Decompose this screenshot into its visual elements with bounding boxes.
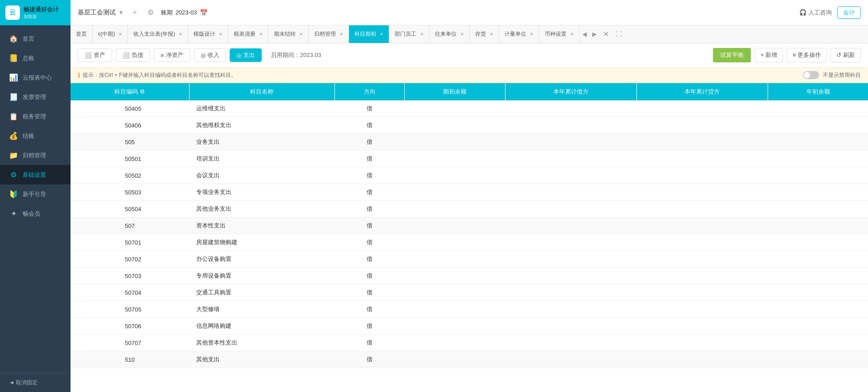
cell-code: 50704 xyxy=(71,284,189,301)
table-row[interactable]: 50702 办公设备购置 借 xyxy=(71,251,868,268)
table-row[interactable]: 50405 运维维支出 借 xyxy=(71,100,868,117)
tab-subject[interactable]: 科目期初✕ xyxy=(349,25,389,43)
table-row[interactable]: 50707 其他资本性支出 借 xyxy=(71,335,868,351)
table-container: 科目编码 ⚙ 科目名称 方向 期初余额 本年累计借方 本年累计贷方 年初余额 5… xyxy=(71,83,868,392)
tab-unit[interactable]: 计量单位✕ xyxy=(499,25,539,43)
show-disabled-toggle[interactable] xyxy=(803,71,819,79)
tab-close-period-end[interactable]: ✕ xyxy=(299,32,303,37)
tab-close-tax[interactable]: ✕ xyxy=(259,32,263,37)
tab-income[interactable]: 收入支出表(年报)✕ xyxy=(128,25,188,43)
cell-ytd-debit xyxy=(505,234,637,251)
calendar-icon[interactable]: 📅 xyxy=(200,9,208,16)
sidebar-item-ledger[interactable]: 📒总账 xyxy=(0,48,71,68)
table-row[interactable]: 505 业务支出 借 xyxy=(71,134,868,151)
table-row[interactable]: 510 其他支出 借 xyxy=(71,351,868,368)
tab-close-mid[interactable]: ✕ xyxy=(118,32,122,37)
tab-label-filing: 归档管理 xyxy=(314,30,336,38)
sidebar-item-settings[interactable]: ⚙基础设置 xyxy=(0,165,71,184)
tab-mid[interactable]: ε(中期)✕ xyxy=(93,25,128,43)
table-row[interactable]: 50705 大型修缮 借 xyxy=(71,301,868,318)
subtab-income2[interactable]: ◎收入 xyxy=(194,48,226,62)
tab-nav-left[interactable]: ◀ xyxy=(580,31,590,38)
cell-ytd-credit xyxy=(637,351,768,368)
tab-dept[interactable]: 部门员工✕ xyxy=(389,25,429,43)
cell-code: 50705 xyxy=(71,301,189,318)
tab-filing[interactable]: 归档管理✕ xyxy=(309,25,349,43)
sidebar-item-tax[interactable]: 📋税务管理 xyxy=(0,107,71,126)
tab-period-end[interactable]: 期末结转✕ xyxy=(269,25,309,43)
cell-name: 运维维支出 xyxy=(189,100,335,117)
table-row[interactable]: 50504 其他业务支出 借 xyxy=(71,201,868,217)
tab-partner[interactable]: 往来单位✕ xyxy=(429,25,470,43)
cell-year-opening xyxy=(768,201,868,217)
tab-close-inventory[interactable]: ✕ xyxy=(490,32,493,37)
table-row[interactable]: 50706 信息网络购建 借 xyxy=(71,318,868,335)
support-button[interactable]: 🎧 人工咨询 xyxy=(799,9,832,17)
sidebar-item-reports[interactable]: 📊云报表中心 xyxy=(0,68,71,87)
tab-close-dept[interactable]: ✕ xyxy=(420,32,424,37)
table-row[interactable]: 50704 交通工具购置 借 xyxy=(71,284,868,301)
tab-nav-right[interactable]: ▶ xyxy=(590,31,599,38)
more-button[interactable]: ≡ 更多操作 xyxy=(787,48,827,62)
subtab-expense[interactable]: ◎支出 xyxy=(230,48,262,62)
cell-ytd-debit xyxy=(505,351,637,368)
add-button[interactable]: + 新增 xyxy=(755,48,783,62)
col-settings-icon[interactable]: 科目编码 ⚙ xyxy=(114,88,145,96)
subtab-asset[interactable]: ⬜资产 xyxy=(78,48,112,62)
cell-ytd-debit xyxy=(505,318,637,335)
tab-template[interactable]: 模版设计✕ xyxy=(188,25,228,43)
toggle-label: 不显示禁用科目 xyxy=(823,71,861,79)
table-row[interactable]: 507 资本性支出 借 xyxy=(71,217,868,234)
cell-ytd-credit xyxy=(637,151,768,167)
sidebar-item-archive[interactable]: 📁归档管理 xyxy=(0,146,71,165)
cell-direction: 借 xyxy=(335,268,405,284)
tab-inventory[interactable]: 存货✕ xyxy=(470,25,499,43)
table-row[interactable]: 50502 会议支出 借 xyxy=(71,167,868,184)
tab-close-all[interactable]: ✕ xyxy=(599,30,613,38)
company-selector[interactable]: 基层工会测试 ▼ xyxy=(78,9,124,17)
tab-tax[interactable]: 税表清册✕ xyxy=(228,25,269,43)
table-row[interactable]: 50406 其他维权支出 借 xyxy=(71,117,868,134)
balance-button[interactable]: 试算平衡 xyxy=(713,48,751,62)
table-row[interactable]: 50503 专项业务支出 借 xyxy=(71,184,868,201)
sidebar-label-settings: 基础设置 xyxy=(23,171,46,179)
refresh-button[interactable]: ↺ 刷新 xyxy=(830,48,861,62)
tab-close-filing[interactable]: ✕ xyxy=(340,32,343,37)
tab-currency[interactable]: 币种设置✕ xyxy=(539,25,580,43)
sidebar-label-closing: 结账 xyxy=(23,132,34,140)
subtab-liability[interactable]: ⬜负债 xyxy=(116,48,150,62)
cell-ytd-credit xyxy=(637,217,768,234)
tab-home[interactable]: 首页 xyxy=(71,25,93,43)
sidebar-item-guide[interactable]: 🔰新手引导 xyxy=(0,184,71,204)
tab-close-income[interactable]: ✕ xyxy=(179,32,182,37)
period-display-label: 启用期间：2023.03 xyxy=(271,51,321,59)
user-role-button[interactable]: 会计 xyxy=(837,6,861,19)
cell-opening xyxy=(405,251,505,268)
tab-close-unit[interactable]: ✕ xyxy=(530,32,533,37)
tab-close-template[interactable]: ✕ xyxy=(219,32,222,37)
tab-expand[interactable]: ⛶ xyxy=(613,31,626,38)
sidebar-footer-collapse[interactable]: ◄ 取消固定 xyxy=(0,373,71,392)
cell-code: 50504 xyxy=(71,201,189,217)
table-row[interactable]: 50701 房屋建筑物购建 借 xyxy=(71,234,868,251)
table-row[interactable]: 50501 培训支出 借 xyxy=(71,151,868,167)
logo-sub: 旗舰版 xyxy=(24,14,59,20)
sidebar-item-home[interactable]: 🏠首页 xyxy=(0,29,71,48)
liability-icon: ⬜ xyxy=(123,52,130,59)
th-ytd-credit: 本年累计贷方 xyxy=(637,83,768,100)
sidebar-item-closing[interactable]: 💰结账 xyxy=(0,126,71,146)
cell-ytd-debit xyxy=(505,134,637,151)
settings-icon[interactable]: ⚙ xyxy=(146,6,156,19)
subtab-net-asset[interactable]: ≡净资产 xyxy=(154,48,190,62)
tab-close-subject[interactable]: ✕ xyxy=(380,32,383,37)
cell-opening xyxy=(405,318,505,335)
tab-close-partner[interactable]: ✕ xyxy=(460,32,464,37)
tab-close-currency[interactable]: ✕ xyxy=(570,32,574,37)
sidebar-item-member[interactable]: ✦畅会员 xyxy=(0,204,71,223)
sidebar-item-invoice[interactable]: 🧾发票管理 xyxy=(0,87,71,107)
add-company-button[interactable]: ＋ xyxy=(129,6,140,19)
cell-year-opening xyxy=(768,184,868,201)
cell-name: 专用设备购置 xyxy=(189,268,335,284)
cell-year-opening xyxy=(768,134,868,151)
table-row[interactable]: 50703 专用设备购置 借 xyxy=(71,268,868,284)
